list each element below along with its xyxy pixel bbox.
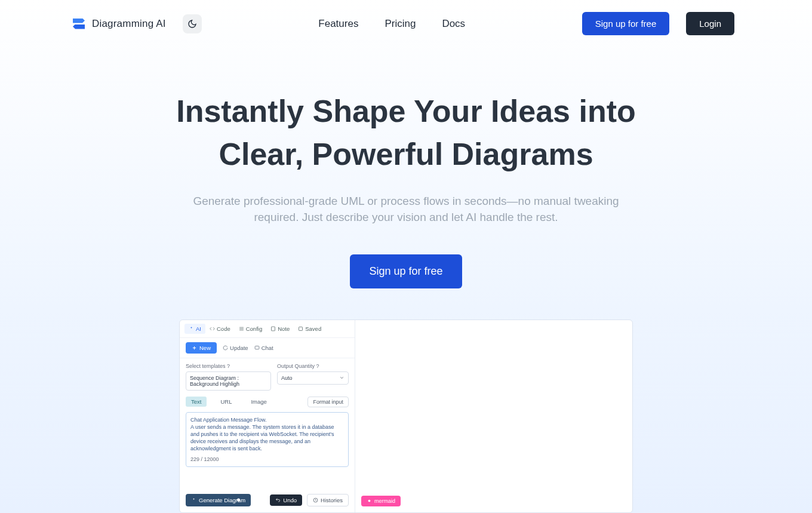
- preview-canvas: mermaid: [355, 320, 632, 512]
- nav-features[interactable]: Features: [318, 18, 358, 30]
- input-tab-image[interactable]: Image: [245, 397, 272, 407]
- chevron-down-icon: [339, 375, 345, 380]
- theme-toggle[interactable]: [183, 14, 202, 33]
- templates-label: Select templates ?: [186, 363, 271, 369]
- undo-label: Undo: [283, 497, 297, 503]
- hero-title: Instantly Shape Your Ideas into Clear, P…: [137, 90, 675, 176]
- refresh-icon: [223, 345, 228, 351]
- plus-icon: [192, 345, 197, 351]
- tab-saved-label: Saved: [305, 325, 321, 332]
- mermaid-label: mermaid: [374, 498, 395, 504]
- svg-rect-1: [299, 327, 303, 330]
- preview-mode-tabs: AI Code Config Note Saved: [180, 320, 355, 338]
- qty-value: Auto: [281, 375, 293, 381]
- qty-select[interactable]: Auto: [277, 371, 349, 385]
- nav-pricing[interactable]: Pricing: [385, 18, 416, 30]
- preview-left-panel: AI Code Config Note Saved: [180, 320, 355, 512]
- preview-action-tabs: New Update Chat: [180, 338, 355, 358]
- preview-wrap: AI Code Config Note Saved: [0, 320, 812, 513]
- qty-label: Output Quantity ?: [277, 363, 349, 369]
- logo-text: Diagramming AI: [92, 18, 166, 30]
- history-icon: [313, 497, 318, 503]
- code-icon: [210, 326, 215, 331]
- svg-rect-0: [272, 327, 275, 331]
- tab-note-label: Note: [278, 325, 290, 332]
- tab-code-label: Code: [217, 325, 230, 332]
- hero-cta-button[interactable]: Sign up for free: [350, 254, 462, 288]
- input-mode-tabs: Text URL Image Format input: [180, 393, 355, 411]
- sparkle-icon: [191, 497, 196, 503]
- app-preview: AI Code Config Note Saved: [179, 320, 633, 513]
- preview-selects: Select templates ? Sequence Diagram : Ba…: [180, 358, 355, 393]
- update-button[interactable]: Update: [223, 345, 248, 351]
- signup-button[interactable]: Sign up for free: [582, 12, 670, 35]
- undo-button[interactable]: Undo: [270, 494, 302, 506]
- prompt-title: Chat Application Message Flow.: [190, 416, 344, 423]
- histories-label: Histories: [321, 497, 343, 503]
- svg-rect-2: [255, 346, 259, 349]
- input-tab-url[interactable]: URL: [215, 397, 237, 407]
- format-input-button[interactable]: Format input: [307, 397, 349, 407]
- logo-group[interactable]: Diagramming AI: [73, 14, 202, 33]
- new-button[interactable]: New: [186, 342, 217, 354]
- header-cta: Sign up for free Login: [582, 12, 734, 35]
- prompt-body: A user sends a message. The system store…: [190, 423, 344, 453]
- logo-icon: [73, 19, 85, 29]
- svg-point-4: [368, 500, 371, 502]
- tab-note[interactable]: Note: [266, 324, 294, 334]
- undo-icon: [275, 497, 281, 503]
- generate-diagram-button[interactable]: Generate Diagram: [186, 494, 251, 506]
- moon-icon: [187, 19, 197, 29]
- hero-subtitle: Generate professional-grade UML or proce…: [179, 193, 633, 226]
- config-icon: [239, 326, 244, 331]
- new-label: New: [199, 345, 211, 351]
- templates-select[interactable]: Sequence Diagram : Background Highligh: [186, 371, 271, 391]
- tab-config-label: Config: [246, 325, 262, 332]
- prompt-textarea[interactable]: Chat Application Message Flow. A user se…: [186, 412, 349, 467]
- chat-button[interactable]: Chat: [254, 345, 273, 351]
- note-icon: [270, 326, 276, 331]
- tab-code[interactable]: Code: [205, 324, 235, 334]
- main-nav: Features Pricing Docs: [318, 18, 465, 30]
- chat-label: Chat: [262, 345, 273, 351]
- login-button[interactable]: Login: [686, 12, 734, 35]
- tab-ai[interactable]: AI: [184, 324, 205, 334]
- header: Diagramming AI Features Pricing Docs Sig…: [0, 0, 812, 47]
- update-label: Update: [230, 345, 248, 351]
- mermaid-icon: [367, 498, 372, 503]
- mermaid-badge[interactable]: mermaid: [361, 496, 401, 506]
- preview-actions: Generate Diagram Undo Histories: [180, 488, 355, 512]
- histories-button[interactable]: Histories: [307, 494, 349, 506]
- tab-config[interactable]: Config: [235, 324, 266, 334]
- saved-icon: [298, 326, 303, 331]
- input-tab-text[interactable]: Text: [186, 397, 207, 407]
- templates-value: Sequence Diagram : Background Highligh: [190, 375, 267, 387]
- hero: Instantly Shape Your Ideas into Clear, P…: [0, 47, 812, 288]
- chat-icon: [254, 345, 260, 351]
- nav-docs[interactable]: Docs: [442, 18, 465, 30]
- cursor-icon: [237, 499, 240, 502]
- tab-saved[interactable]: Saved: [294, 324, 325, 334]
- tab-ai-label: AI: [196, 325, 201, 332]
- char-count: 229 / 12000: [190, 456, 219, 463]
- sparkle-icon: [189, 326, 194, 331]
